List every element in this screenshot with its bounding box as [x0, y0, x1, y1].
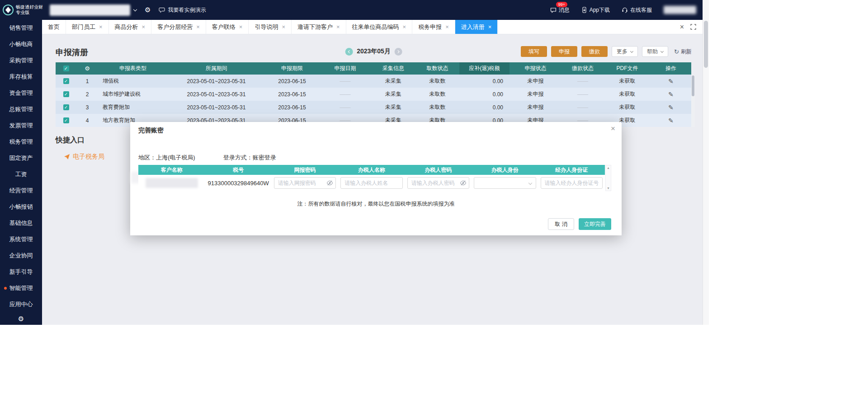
cancel-button[interactable]: 取 消	[548, 218, 574, 230]
refresh-button[interactable]: ↻ 刷新	[674, 48, 692, 56]
page-title: 申报清册	[56, 47, 88, 58]
table-row[interactable]: ✓ 1 增值税 2023-05-01~2023-05-31 2023-06-15…	[56, 75, 691, 88]
online-service-button[interactable]: 在线客服	[622, 6, 652, 14]
app-download-button[interactable]: App下载	[581, 6, 610, 14]
eye-off-icon[interactable]	[460, 180, 467, 187]
select-all-cell[interactable]: ✓	[56, 62, 76, 75]
close-icon[interactable]: ×	[196, 23, 200, 30]
taxpayer-name-input[interactable]	[340, 177, 402, 189]
app-download-label: App下载	[590, 6, 610, 14]
chevron-down-icon	[528, 181, 532, 185]
edit-icon[interactable]: ✎	[668, 78, 674, 85]
pay-button[interactable]: 缴款	[581, 46, 608, 57]
close-icon[interactable]: ×	[239, 23, 243, 30]
etax-bureau-link[interactable]: 电子税务局	[64, 153, 104, 161]
scroll-up-icon[interactable]: ▴	[607, 166, 609, 170]
declare-button[interactable]: 申报	[551, 46, 577, 57]
check-icon: ✓	[64, 66, 68, 71]
close-all-tabs-icon[interactable]: ×	[680, 23, 684, 31]
tabbar-actions: ×	[680, 20, 703, 34]
eye-off-icon[interactable]	[326, 180, 333, 187]
sidebar-item-expense[interactable]: 小畅报销	[0, 199, 42, 215]
modal-title: 完善账密	[138, 126, 164, 135]
row-checkbox[interactable]: ✓	[63, 91, 69, 97]
checkbox-checked[interactable]: ✓	[63, 66, 69, 71]
sidebar-item-invoice[interactable]: 发票管理	[0, 117, 42, 134]
tabbar: 首页 部门员工 × 商品分析 × 客户分层经营 × 客户联络 × 引导说明 × …	[42, 20, 703, 34]
page-scrollbar-thumb[interactable]	[704, 21, 708, 68]
table-scrollbar-thumb[interactable]	[692, 75, 694, 96]
close-icon[interactable]: ×	[445, 23, 449, 30]
table-row[interactable]: ✓ 2 城市维护建设税 2023-05-01~2023-05-31 2023-0…	[56, 88, 691, 101]
tab-item[interactable]: 商品分析 ×	[109, 20, 152, 34]
close-icon[interactable]: ×	[282, 23, 285, 30]
sidebar-item-sales[interactable]: 销售管理	[0, 20, 42, 36]
tab-item-active[interactable]: 进入清册 ×	[455, 20, 498, 34]
tab-item[interactable]: 邀请下游客户 ×	[292, 20, 346, 34]
tab-item[interactable]: 客户分层经营 ×	[151, 20, 206, 34]
sidebar-item-inventory[interactable]: 库存核算	[0, 69, 42, 85]
page-scrollbar[interactable]	[703, 0, 709, 325]
close-icon[interactable]: ×	[142, 23, 146, 30]
table-scrollbar[interactable]	[691, 75, 695, 127]
fullscreen-icon[interactable]	[690, 24, 696, 30]
scroll-down-icon[interactable]: ▾	[607, 186, 609, 190]
sidebar-item-ecommerce[interactable]: 小畅电商	[0, 36, 42, 52]
company-selector[interactable]	[50, 5, 130, 16]
tab-item[interactable]: 首页	[42, 20, 66, 34]
sidebar-item-system[interactable]: 系统管理	[0, 231, 42, 248]
prev-month-button[interactable]	[345, 48, 353, 56]
online-service-label: 在线客服	[630, 6, 652, 14]
check-icon: ✓	[64, 92, 68, 97]
sidebar-item-payroll[interactable]: 工资	[0, 166, 42, 183]
messages-button[interactable]: 消息 99+	[550, 6, 570, 14]
tab-item[interactable]: 客户联络 ×	[206, 20, 249, 34]
edit-icon[interactable]: ✎	[668, 104, 674, 111]
sidebar-item-funds[interactable]: 资金管理	[0, 85, 42, 101]
settings-gear-icon[interactable]: ⚙	[145, 6, 151, 14]
tab-item[interactable]: 税务申报 ×	[412, 20, 455, 34]
sidebar-item-app-center[interactable]: 应用中心	[0, 296, 42, 313]
close-icon[interactable]: ×	[403, 23, 406, 30]
close-icon[interactable]: ×	[488, 23, 492, 30]
taxpayer-identity-select[interactable]	[474, 177, 536, 189]
credentials-row: 91330000329849640W	[138, 175, 605, 191]
table-row[interactable]: ✓ 3 教育费附加 2023-05-01~2023-05-31 2023-06-…	[56, 101, 691, 114]
row-checkbox[interactable]: ✓	[63, 78, 69, 84]
row-checkbox[interactable]: ✓	[63, 117, 69, 123]
tab-item[interactable]: 引导说明 ×	[249, 20, 292, 34]
help-button[interactable]: 帮助	[642, 46, 668, 57]
sidebar-item-tax[interactable]: 税务管理	[0, 134, 42, 150]
close-icon[interactable]: ×	[99, 23, 103, 30]
sidebar-item-collaboration[interactable]: 企业协同	[0, 248, 42, 264]
sidebar-item-guide[interactable]: 新手引导	[0, 264, 42, 280]
edit-icon[interactable]: ✎	[668, 91, 674, 98]
tab-item[interactable]: 往来单位商品编码 ×	[346, 20, 413, 34]
edit-icon[interactable]: ✎	[668, 117, 674, 124]
tab-label: 客户联络	[212, 23, 236, 31]
table-header: ✓ ⚙ 申报表类型 所属期间 申报期限 申报日期 采集信息 取数状态 应补(退)…	[56, 62, 691, 75]
sidebar-item-operations[interactable]: 经营管理	[0, 183, 42, 199]
more-button[interactable]: 更多	[612, 46, 638, 57]
column-settings-cell[interactable]: ⚙	[76, 62, 98, 75]
modal-close-icon[interactable]: ×	[611, 124, 615, 133]
col-header: 客户名称	[138, 165, 205, 175]
chevron-down-icon[interactable]	[133, 7, 137, 11]
confirm-button[interactable]: 立即完善	[579, 218, 611, 230]
sidebar-item-purchase[interactable]: 采购管理	[0, 52, 42, 69]
sidebar-gear-icon[interactable]: ⚙	[0, 315, 42, 323]
modal-table-scrollbar[interactable]: ▴ ▾	[605, 165, 611, 191]
agent-id-input[interactable]	[541, 177, 603, 189]
tab-item[interactable]: 部门员工 ×	[66, 20, 109, 34]
sidebar-item-fixed-assets[interactable]: 固定资产	[0, 150, 42, 166]
fill-button[interactable]: 填写	[521, 46, 547, 57]
sidebar-item-ledger[interactable]: 总账管理	[0, 101, 42, 117]
demo-link[interactable]: 我要看实例演示	[159, 6, 206, 14]
sidebar-item-smart[interactable]: 智能管理	[0, 280, 42, 296]
next-month-button[interactable]	[395, 48, 402, 56]
col-header: 经办人身份证	[538, 165, 605, 175]
row-checkbox[interactable]: ✓	[63, 104, 69, 110]
sidebar-item-basic-info[interactable]: 基础信息	[0, 215, 42, 231]
close-icon[interactable]: ×	[336, 23, 340, 30]
user-account[interactable]	[664, 6, 696, 14]
